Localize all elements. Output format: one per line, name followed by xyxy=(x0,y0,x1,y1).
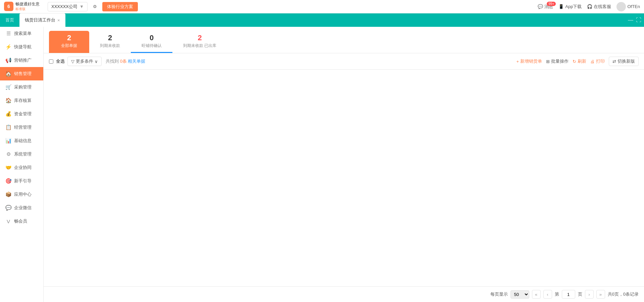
sidebar-label-basic-info: 基础信息 xyxy=(14,138,32,144)
sidebar-label-sales: 销售管理 xyxy=(14,71,32,77)
found-num: 0条 xyxy=(120,59,127,64)
per-page-label: 每页显示 xyxy=(490,291,508,297)
marketing-icon: 📢 xyxy=(5,57,11,63)
tab-cash-flow[interactable]: 钱货日清工作台 × xyxy=(19,13,65,27)
content-area: 2 全部单据 2 到期未收款 0 旺铺待确认 2 到期未收款 已出库 全选 ▽ … xyxy=(44,27,644,302)
page-number-input[interactable] xyxy=(562,290,575,299)
maximize-icon[interactable]: ⛶ xyxy=(636,17,641,23)
avatar-image xyxy=(616,2,626,11)
sidebar-label-purchase: 采购管理 xyxy=(14,84,32,90)
last-page-button[interactable]: » xyxy=(596,290,605,299)
main-layout: ☰ 搜索菜单 ⚡ 快捷导航 📢 营销推广 🏠 销售管理 🛒 采购管理 🏠 库存核… xyxy=(0,27,644,302)
sidebar-item-basic-info[interactable]: 📊 基础信息 xyxy=(0,134,43,147)
stats-num-all: 2 xyxy=(67,34,71,42)
toolbar-right: + 新增销货单 ⊞ 批量操作 ↻ 刷新 🖨 打印 ⇄ 切换新版 xyxy=(516,57,639,66)
company-selector[interactable]: XXXXXX公司 ▼ xyxy=(48,2,88,11)
sidebar-item-search-menu[interactable]: ☰ 搜索菜单 xyxy=(0,27,43,40)
batch-icon: ⊞ xyxy=(546,59,550,64)
refresh-button[interactable]: ↻ 刷新 xyxy=(573,58,586,64)
pagination-bar: 每页显示 50 20 100 « ‹ 第 页 › » 共0页，0条记录 xyxy=(44,286,644,302)
per-page-select[interactable]: 50 20 100 xyxy=(511,290,529,299)
sidebar-item-system[interactable]: ⚙ 系统管理 xyxy=(0,147,43,161)
sidebar-item-guide[interactable]: 🎯 新手引导 xyxy=(0,174,43,188)
sidebar-item-member[interactable]: V 畅会员 xyxy=(0,215,43,228)
print-icon: 🖨 xyxy=(590,59,595,64)
select-all-label: 全选 xyxy=(56,58,65,64)
switch-label: 切换新版 xyxy=(618,58,635,64)
prev-page-button[interactable]: ‹ xyxy=(543,290,552,299)
sidebar-label-enterprise: 企业协同 xyxy=(14,165,32,171)
batch-button[interactable]: ⊞ 批量操作 xyxy=(546,58,569,64)
print-label: 打印 xyxy=(596,58,605,64)
tab-home[interactable]: 首页 xyxy=(0,13,19,27)
filter-button[interactable]: ▽ 更多条件 ∨ xyxy=(67,57,102,66)
sidebar-item-finance[interactable]: 💰 资金管理 xyxy=(0,107,43,121)
header-right: 💬 消息 99+ 📱 App下载 🎧 在线客服 OfTEn xyxy=(538,2,640,11)
stats-num-wangpu: 0 xyxy=(150,34,154,42)
sidebar-label-member: 畅会员 xyxy=(14,218,27,224)
switch-icon: ⇄ xyxy=(612,59,616,64)
message-item[interactable]: 💬 消息 99+ xyxy=(538,4,553,10)
select-all-checkbox[interactable] xyxy=(49,59,53,64)
stats-tab-wangpu[interactable]: 0 旺铺待确认 xyxy=(131,31,172,53)
online-service-item[interactable]: 🎧 在线客服 xyxy=(587,4,611,10)
next-page-button[interactable]: › xyxy=(585,290,594,299)
minimize-icon[interactable]: — xyxy=(628,17,633,23)
sidebar-label-marketing: 营销推广 xyxy=(14,57,32,63)
found-link[interactable]: 相关单据 xyxy=(128,59,145,64)
sidebar-item-enterprise[interactable]: 🤝 企业协同 xyxy=(0,161,43,174)
appcenter-icon: 📦 xyxy=(5,191,11,197)
total-info: 共0页，0条记录 xyxy=(608,291,639,297)
toolbar: 全选 ▽ 更多条件 ∨ 共找到 0条 相关单据 + 新增销货单 ⊞ 批量操作 xyxy=(44,53,644,70)
found-text: 共找到 0条 相关单据 xyxy=(106,58,145,64)
first-page-button[interactable]: « xyxy=(532,290,541,299)
sidebar-item-inventory[interactable]: 🏠 库存核算 xyxy=(0,94,43,107)
filter-label: 更多条件 xyxy=(76,58,93,64)
sidebar-item-wechat[interactable]: 💬 企业微信 xyxy=(0,201,43,215)
stats-tab-unshipped[interactable]: 2 到期未收款 已出库 xyxy=(172,31,227,53)
download-icon: 📱 xyxy=(558,4,564,9)
stats-tab-all[interactable]: 2 全部单据 xyxy=(49,31,89,53)
sidebar-item-marketing[interactable]: 📢 营销推广 xyxy=(0,54,43,67)
message-icon: 💬 xyxy=(538,4,543,9)
settings-icon[interactable]: ⚙ xyxy=(90,2,100,11)
inventory-icon: 🏠 xyxy=(5,98,11,104)
stats-label-wangpu: 旺铺待确认 xyxy=(142,43,162,49)
app-download-item[interactable]: 📱 App下载 xyxy=(558,4,582,10)
company-name: XXXXXX公司 xyxy=(51,4,77,10)
switch-version-button[interactable]: ⇄ 切换新版 xyxy=(609,57,639,66)
table-area xyxy=(44,70,644,286)
filter-icon: ▽ xyxy=(71,59,74,64)
top-header: 6 畅捷通好生意 标准版 XXXXXX公司 ▼ ⚙ 体验行业方案 💬 消息 99… xyxy=(0,0,644,13)
stats-label-overdue: 到期未收款 xyxy=(100,43,120,49)
sidebar-label-inventory: 库存核算 xyxy=(14,98,32,104)
user-avatar[interactable]: OfTEn xyxy=(616,2,640,11)
page-suffix-label: 页 xyxy=(578,291,582,297)
sidebar-label-quick-nav: 快捷导航 xyxy=(14,44,32,50)
stats-tab-overdue[interactable]: 2 到期未收款 xyxy=(89,31,131,53)
message-badge: 99+ xyxy=(547,2,556,6)
filter-dropdown-icon: ∨ xyxy=(95,59,98,64)
online-service-label: 在线客服 xyxy=(594,4,611,10)
sidebar-label-system: 系统管理 xyxy=(14,151,32,157)
tab-close-icon[interactable]: × xyxy=(57,18,60,23)
company-dropdown-icon: ▼ xyxy=(79,4,84,9)
sidebar: ☰ 搜索菜单 ⚡ 快捷导航 📢 营销推广 🏠 销售管理 🛒 采购管理 🏠 库存核… xyxy=(0,27,44,302)
tab-controls: — ⛶ xyxy=(628,17,644,23)
sidebar-label-wechat: 企业微信 xyxy=(14,205,32,211)
system-icon: ⚙ xyxy=(5,151,11,157)
sidebar-item-purchase[interactable]: 🛒 采购管理 xyxy=(0,80,43,94)
sidebar-item-operations[interactable]: 📋 经营管理 xyxy=(0,121,43,134)
app-download-label: App下载 xyxy=(565,4,582,10)
add-sales-order-button[interactable]: + 新增销货单 xyxy=(516,58,542,64)
sidebar-label-appcenter: 应用中心 xyxy=(14,191,32,197)
add-icon: + xyxy=(516,59,519,64)
stats-num-overdue: 2 xyxy=(108,34,112,42)
trial-button[interactable]: 体验行业方案 xyxy=(102,2,138,11)
sidebar-item-appcenter[interactable]: 📦 应用中心 xyxy=(0,188,43,201)
print-button[interactable]: 🖨 打印 xyxy=(590,58,605,64)
sidebar-item-sales[interactable]: 🏠 销售管理 xyxy=(0,67,43,80)
sidebar-label-operations: 经营管理 xyxy=(14,124,32,130)
stats-num-unshipped: 2 xyxy=(198,34,202,42)
sidebar-item-quick-nav[interactable]: ⚡ 快捷导航 xyxy=(0,40,43,54)
